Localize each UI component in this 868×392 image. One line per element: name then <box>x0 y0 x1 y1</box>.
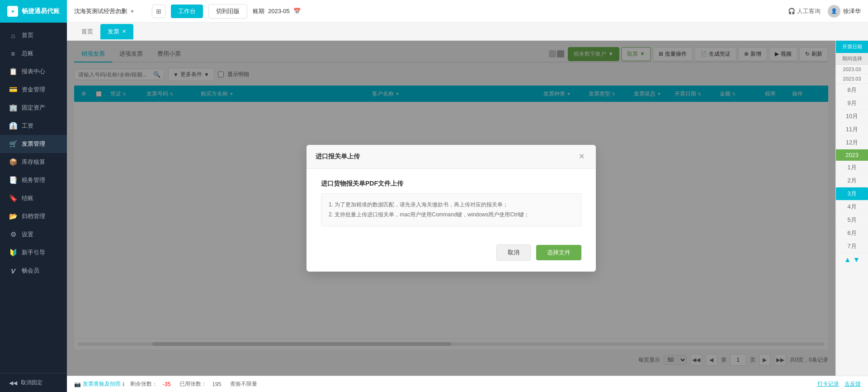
sidebar-item-invoice[interactable]: 🛒 发票管理 <box>0 135 67 153</box>
tab-invoice[interactable]: 发票 ✕ <box>100 24 133 39</box>
unpin-icon: ◀◀ <box>9 380 17 386</box>
inventory-icon: 📦 <box>9 158 17 166</box>
period-month-1[interactable]: 1月 <box>836 161 868 174</box>
period-value: 2023-05 <box>268 8 290 14</box>
tab-home[interactable]: 首页 <box>74 24 100 39</box>
upload-note-2: 2. 支持批量上传进口报关单，mac用户使用Command键，windows用户… <box>329 210 574 220</box>
period-month-5[interactable]: 5月 <box>836 214 868 227</box>
app-logo: ✦ 畅捷通易代账 <box>0 0 67 23</box>
sidebar-item-label: 首页 <box>22 31 33 39</box>
topbar-right: 🎧 人工客询 👤 徐泽华 <box>788 5 861 18</box>
period-month-12[interactable]: 12月 <box>836 136 868 149</box>
company-selector[interactable]: 沈海英测试经营勿删 ▼ <box>74 7 146 15</box>
sidebar-item-label: 库存核算 <box>22 158 45 166</box>
sidebar-item-archive[interactable]: 📂 归档管理 <box>0 207 67 225</box>
period-month-10[interactable]: 10月 <box>836 110 868 123</box>
sidebar-item-finance[interactable]: 💳 资金管理 <box>0 81 67 99</box>
calendar-icon[interactable]: 📅 <box>293 8 301 14</box>
sidebar-item-label: 总账 <box>22 49 33 57</box>
open-period-label: 开票日期 <box>842 44 862 49</box>
remaining-value: -35 <box>163 381 170 387</box>
ledger-icon: ≡ <box>9 50 17 57</box>
sidebar-item-inventory[interactable]: 📦 库存核算 <box>0 153 67 171</box>
period-display: 账期 2023-05 📅 <box>253 7 301 15</box>
open-period-btn[interactable]: 开票日期 <box>836 41 868 53</box>
user-avatar: 👤 <box>828 5 840 18</box>
tab-close-icon[interactable]: ✕ <box>122 29 126 34</box>
modal-confirm-btn[interactable]: 选择文件 <box>536 245 581 260</box>
used-value: 195 <box>212 381 221 387</box>
sidebar-nav: ⌂ 首页 ≡ 总账 📋 报表中心 💳 资金管理 🏢 固定资产 👔 工资 🛒 发票… <box>0 23 67 373</box>
sidebar-item-tax[interactable]: 📑 税务管理 <box>0 171 67 189</box>
modal-overlay: 进口报关单上传 ✕ 进口货物报关单PDF文件上传 1. 为了更加精准的数据匹配，… <box>67 41 835 376</box>
upload-section-title: 进口货物报关单PDF文件上传 <box>321 180 581 188</box>
tax-icon: 📑 <box>9 176 17 184</box>
sidebar-item-home[interactable]: ⌂ 首页 <box>0 26 67 44</box>
period-month-7[interactable]: 7月 <box>836 240 868 253</box>
period-month-2[interactable]: 2月 <box>836 174 868 187</box>
app-name: 畅捷通易代账 <box>22 7 60 15</box>
sidebar-item-settings[interactable]: ⚙ 设置 <box>0 225 67 244</box>
service-label: 人工客询 <box>797 7 821 15</box>
sidebar-item-label: 设置 <box>22 230 33 239</box>
customer-service-btn[interactable]: 🎧 人工客询 <box>788 7 821 15</box>
bottombar: 📷 发票查验及拍照 ℹ 剩余张数： -35 已用张数： 195 查验不限量 打卡… <box>67 376 868 392</box>
sidebar-footer-unpin[interactable]: ◀◀ 取消固定 <box>0 373 67 392</box>
content-area: 销项发票 进项发票 费用小票 税务数字账户 <box>67 41 835 376</box>
company-settings-btn[interactable]: ⊞ <box>152 5 165 18</box>
feedback-link[interactable]: 去反馈 <box>844 380 861 388</box>
sidebar-item-label: 结账 <box>22 194 33 202</box>
topbar: 沈海英测试经营勿删 ▼ ⊞ 工作台 切到旧版 账期 2023-05 📅 🎧 人工… <box>67 0 868 23</box>
period-nav: ▲ ▼ <box>836 253 868 267</box>
sidebar-item-salary[interactable]: 👔 工资 <box>0 117 67 135</box>
period-up-icon[interactable]: ▲ <box>844 256 851 264</box>
home-icon: ⌂ <box>9 32 17 39</box>
info-icon[interactable]: ℹ <box>123 381 125 387</box>
modal-body: 进口货物报关单PDF文件上传 1. 为了更加精准的数据匹配，请先录入海关缴款书，… <box>307 169 596 237</box>
sidebar-item-label: 发票管理 <box>22 140 45 148</box>
import-modal: 进口报关单上传 ✕ 进口货物报关单PDF文件上传 1. 为了更加精准的数据匹配，… <box>307 145 596 272</box>
settlement-icon: 🔖 <box>9 194 17 202</box>
switch-version-btn[interactable]: 切到旧版 <box>208 4 247 19</box>
modal-cancel-btn[interactable]: 取消 <box>496 244 531 261</box>
sidebar-item-ledger[interactable]: ≡ 总账 <box>0 44 67 62</box>
period-month-6[interactable]: 6月 <box>836 227 868 240</box>
modal-footer: 取消 选择文件 <box>307 237 596 272</box>
unlimited-label: 查验不限量 <box>230 380 257 388</box>
upload-note-1: 1. 为了更加精准的数据匹配，请先录入海关缴款书，再上传对应的报关单； <box>329 200 574 210</box>
bottombar-right: 打卡记录 去反馈 <box>817 380 861 388</box>
sidebar-item-settlement[interactable]: 🔖 结账 <box>0 189 67 207</box>
modal-close-btn[interactable]: ✕ <box>576 151 587 162</box>
period-year-marker: 2023 <box>836 149 868 161</box>
sidebar-item-guide[interactable]: 🔰 新手引导 <box>0 244 67 262</box>
camera-icon: 📷 <box>74 381 81 387</box>
period-month-9[interactable]: 9月 <box>836 97 868 110</box>
salary-icon: 👔 <box>9 122 17 130</box>
sidebar-item-label: 畅会员 <box>22 267 39 275</box>
main-area: 沈海英测试经营勿删 ▼ ⊞ 工作台 切到旧版 账期 2023-05 📅 🎧 人工… <box>67 0 868 392</box>
guide-icon: 🔰 <box>9 249 17 257</box>
sidebar-item-label: 资金管理 <box>22 86 45 94</box>
period-year-1: 2023.03 <box>836 65 868 74</box>
modal-title: 进口报关单上传 <box>316 153 360 161</box>
sidebar-footer-label: 取消固定 <box>21 379 42 387</box>
sidebar-item-label: 固定资产 <box>22 104 45 112</box>
period-month-4[interactable]: 4月 <box>836 201 868 214</box>
period-month-3[interactable]: 3月 <box>836 187 868 201</box>
period-year-2: 2023.03 <box>836 74 868 84</box>
member-icon: V <box>9 267 17 275</box>
tab-home-label: 首页 <box>81 28 93 36</box>
workspace-btn[interactable]: 工作台 <box>171 5 203 18</box>
sidebar-item-label: 归档管理 <box>22 212 45 220</box>
period-down-icon[interactable]: ▼ <box>853 256 860 264</box>
punch-record-link[interactable]: 打卡记录 <box>817 380 839 388</box>
period-month-11[interactable]: 11月 <box>836 123 868 136</box>
sidebar-item-member[interactable]: V 畅会员 <box>0 262 67 280</box>
headset-icon: 🎧 <box>788 8 795 14</box>
period-label: 账期 <box>253 7 264 15</box>
settings-icon: ⚙ <box>9 230 17 239</box>
sidebar-item-reports[interactable]: 📋 报表中心 <box>0 62 67 81</box>
period-month-8[interactable]: 8月 <box>836 84 868 97</box>
sidebar-item-assets[interactable]: 🏢 固定资产 <box>0 99 67 117</box>
user-menu[interactable]: 👤 徐泽华 <box>828 5 861 18</box>
